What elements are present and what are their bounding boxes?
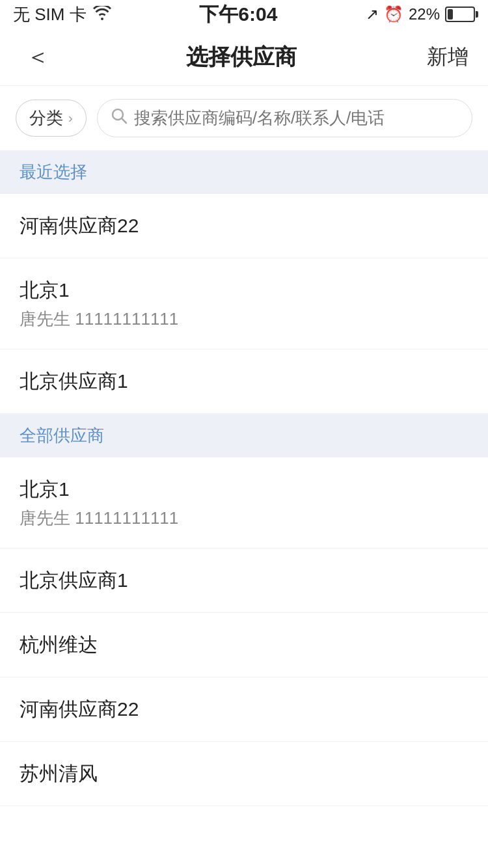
recent-section-label: 最近选择: [20, 162, 87, 182]
svg-line-1: [122, 118, 126, 123]
battery-icon: [445, 7, 475, 22]
no-sim-label: 无 SIM 卡: [13, 3, 87, 26]
item-name: 北京供应商1: [20, 368, 468, 395]
category-label: 分类: [29, 107, 63, 129]
item-contact: 唐先生 11111111111: [20, 308, 468, 331]
add-button[interactable]: 新增: [427, 43, 468, 72]
item-name: 杭州维达: [20, 631, 468, 658]
chevron-icon: ›: [68, 111, 73, 126]
nav-bar: ＜ 选择供应商 新增: [0, 29, 488, 86]
list-item[interactable]: 北京1唐先生 11111111111: [0, 258, 488, 349]
list-item[interactable]: 北京供应商1: [0, 549, 488, 613]
status-left: 无 SIM 卡: [13, 3, 111, 26]
all-list: 北京1唐先生 11111111111北京供应商1杭州维达河南供应商22苏州清风: [0, 457, 488, 806]
search-box[interactable]: [97, 99, 472, 137]
list-item[interactable]: 北京供应商1: [0, 349, 488, 414]
item-contact: 唐先生 11111111111: [20, 507, 468, 530]
alarm-icon: ⏰: [384, 5, 403, 23]
status-time: 下午6:04: [199, 1, 277, 28]
list-item[interactable]: 北京1唐先生 11111111111: [0, 457, 488, 549]
search-input[interactable]: [134, 108, 459, 128]
search-icon: [111, 107, 128, 129]
filter-bar: 分类 ›: [0, 86, 488, 150]
recent-section-header: 最近选择: [0, 150, 488, 194]
page-title: 选择供应商: [186, 42, 297, 72]
list-item[interactable]: 杭州维达: [0, 613, 488, 677]
item-name: 苏州清风: [20, 760, 468, 787]
list-item[interactable]: 河南供应商22: [0, 194, 488, 258]
battery-percent: 22%: [409, 5, 440, 23]
list-item[interactable]: 苏州清风: [0, 742, 488, 806]
item-name: 北京1: [20, 277, 468, 304]
all-section-header: 全部供应商: [0, 414, 488, 457]
recent-list: 河南供应商22北京1唐先生 11111111111北京供应商1: [0, 194, 488, 414]
wifi-icon: [93, 5, 111, 25]
status-right: ↗ ⏰ 22%: [366, 5, 475, 23]
status-bar: 无 SIM 卡 下午6:04 ↗ ⏰ 22%: [0, 0, 488, 29]
category-button[interactable]: 分类 ›: [16, 100, 87, 137]
item-name: 北京1: [20, 476, 468, 503]
item-name: 河南供应商22: [20, 212, 468, 239]
item-name: 河南供应商22: [20, 696, 468, 723]
all-section-label: 全部供应商: [20, 426, 104, 445]
list-item[interactable]: 河南供应商22: [0, 677, 488, 742]
item-name: 北京供应商1: [20, 567, 468, 594]
back-button[interactable]: ＜: [20, 34, 56, 79]
location-icon: ↗: [366, 5, 379, 23]
